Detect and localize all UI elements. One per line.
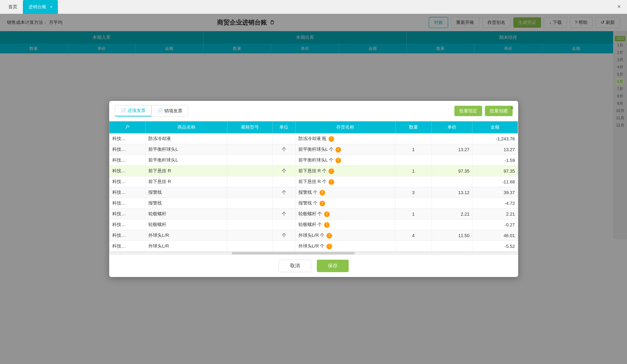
cell-spec xyxy=(227,219,273,230)
cell-goods-name: 报警线 xyxy=(146,187,227,198)
window-close-button[interactable]: × xyxy=(614,2,624,12)
warning-icon: ! xyxy=(324,211,330,217)
cell-unit-price xyxy=(432,241,472,252)
cell-inventory: 报警线 个! xyxy=(295,198,395,209)
cell-goods-name: 报警线 xyxy=(146,198,227,209)
cell-amount: 97.35 xyxy=(472,166,518,176)
cell-seller: 科技… xyxy=(109,198,146,209)
cell-seller: 科技… xyxy=(109,155,146,166)
cell-goods-name: 轮毂螺杆 xyxy=(146,219,227,230)
cell-inventory: 外球头L/R 个! xyxy=(295,230,395,241)
cell-qty xyxy=(395,241,432,252)
cell-seller: 科技… xyxy=(109,187,146,198)
cell-unit: 个 xyxy=(273,144,296,155)
cell-unit: 个 xyxy=(273,230,296,241)
modal-actions: 批量指定 批量创建 xyxy=(454,106,513,116)
cell-qty xyxy=(395,198,432,209)
table-row: 科技…外球头L/R外球头L/R 个!-5.52 xyxy=(109,241,518,252)
cell-inventory: 轮毂螺杆 个! xyxy=(295,209,395,219)
table-row: 科技…报警线报警线 个!-4.72 xyxy=(109,198,518,209)
tab-close-icon[interactable]: × xyxy=(50,4,53,9)
warning-icon: ! xyxy=(336,147,341,153)
batch-create-button[interactable]: 批量创建 xyxy=(485,106,513,116)
cell-unit: 个 xyxy=(273,209,296,219)
col-header-amount: 金额 xyxy=(472,121,518,133)
modal-close-button[interactable]: × xyxy=(510,104,514,112)
col-header-goods-name: 商品名称 xyxy=(146,121,227,133)
invoice-table: 户 商品名称 规格型号 单位 存货名称 数量 单价 金额 科技…防冻冷却液防冻冷… xyxy=(109,121,518,252)
cell-inventory: 报警线 个! xyxy=(295,187,395,198)
cell-goods-name: 前平衡杆球头L xyxy=(146,155,227,166)
tab-output-invoice[interactable]: 📄 销项发票 xyxy=(151,105,188,116)
cell-inventory: 前下悬挂 R 个! xyxy=(295,166,395,176)
warning-icon: ! xyxy=(336,158,341,163)
input-invoice-icon: 📄 xyxy=(121,108,126,113)
cell-amount: -1,243.76 xyxy=(472,133,518,144)
cell-unit xyxy=(273,198,296,209)
cell-spec xyxy=(227,209,273,219)
table-row: 科技…防冻冷却液防冻冷却液 瓶!-1,243.76 xyxy=(109,133,518,144)
cell-spec xyxy=(227,230,273,241)
cell-spec xyxy=(227,241,273,252)
cell-unit xyxy=(273,155,296,166)
cell-goods-name: 外球头L/R xyxy=(146,241,227,252)
cell-spec xyxy=(227,176,273,187)
cell-amount: -4.72 xyxy=(472,198,518,209)
cell-unit: 个 xyxy=(273,166,296,176)
cell-qty: 3 xyxy=(395,187,432,198)
warning-icon: ! xyxy=(324,222,330,228)
cell-amount: 13.27 xyxy=(472,144,518,155)
cell-amount: -11.68 xyxy=(472,176,518,187)
modal-header: 📄 进项发票 📄 销项发票 批量指定 批量创建 × xyxy=(109,101,518,121)
batch-assign-button[interactable]: 批量指定 xyxy=(454,106,482,116)
tab-ledger[interactable]: 进销台账 × xyxy=(23,0,58,14)
cell-amount: 39.37 xyxy=(472,187,518,198)
cell-qty xyxy=(395,155,432,166)
modal-body: 户 商品名称 规格型号 单位 存货名称 数量 单价 金额 科技…防冻冷却液防冻冷… xyxy=(109,121,518,252)
col-header-unit-price: 单价 xyxy=(432,121,472,133)
table-row: 科技…前平衡杆球头L前平衡杆球头L 个!-1.59 xyxy=(109,155,518,166)
cell-unit-price: 2.21 xyxy=(432,209,472,219)
tab-home[interactable]: 首页 xyxy=(3,0,23,14)
cell-goods-name: 前下悬挂 R xyxy=(146,176,227,187)
cell-spec xyxy=(227,198,273,209)
warning-icon: ! xyxy=(329,136,334,142)
cell-spec xyxy=(227,187,273,198)
cell-seller: 科技… xyxy=(109,176,146,187)
cell-qty xyxy=(395,133,432,144)
tab-input-invoice[interactable]: 📄 进项发票 xyxy=(115,105,151,116)
cell-goods-name: 前平衡杆球头L xyxy=(146,144,227,155)
cell-spec xyxy=(227,155,273,166)
cell-unit-price: 11.50 xyxy=(432,230,472,241)
cell-qty: 4 xyxy=(395,230,432,241)
modal-dialog: 📄 进项发票 📄 销项发票 批量指定 批量创建 × xyxy=(109,101,518,277)
cell-qty: 1 xyxy=(395,144,432,155)
table-row: 科技…前平衡杆球头L个前平衡杆球头L 个!113.2713.27 xyxy=(109,144,518,155)
cell-goods-name: 外球头L/R xyxy=(146,230,227,241)
cancel-button[interactable]: 取消 xyxy=(279,260,311,272)
warning-icon: ! xyxy=(326,233,332,239)
table-row: 科技…前下悬挂 R个前下悬挂 R 个!197.3597.35 xyxy=(109,166,518,176)
cell-qty: 1 xyxy=(395,209,432,219)
modal-footer: 取消 保存 xyxy=(109,254,518,277)
cell-unit-price: 13.27 xyxy=(432,144,472,155)
cell-seller: 科技… xyxy=(109,219,146,230)
cell-unit-price xyxy=(432,133,472,144)
tab-bar: 首页 进销台账 × × xyxy=(0,0,627,14)
table-row: 科技…外球头L/R个外球头L/R 个!411.5046.01 xyxy=(109,230,518,241)
cell-unit-price xyxy=(432,219,472,230)
cell-qty: 1 xyxy=(395,166,432,176)
col-header-seller: 户 xyxy=(109,121,146,133)
modal-overlay: 📄 进项发票 📄 销项发票 批量指定 批量创建 × xyxy=(0,14,627,364)
save-button[interactable]: 保存 xyxy=(317,260,349,272)
warning-icon: ! xyxy=(320,190,325,196)
table-row: 科技…前下悬挂 R前下悬挂 R 个!-11.68 xyxy=(109,176,518,187)
cell-inventory: 前平衡杆球头L 个! xyxy=(295,144,395,155)
horizontal-scrollbar[interactable] xyxy=(109,252,518,254)
output-invoice-icon: 📄 xyxy=(157,108,163,113)
col-header-spec: 规格型号 xyxy=(227,121,273,133)
cell-amount: -5.52 xyxy=(472,241,518,252)
table-row: 科技…轮毂螺杆个轮毂螺杆 个!12.212.21 xyxy=(109,209,518,219)
scrollbar-thumb[interactable] xyxy=(232,252,355,254)
cell-goods-name: 防冻冷却液 xyxy=(146,133,227,144)
